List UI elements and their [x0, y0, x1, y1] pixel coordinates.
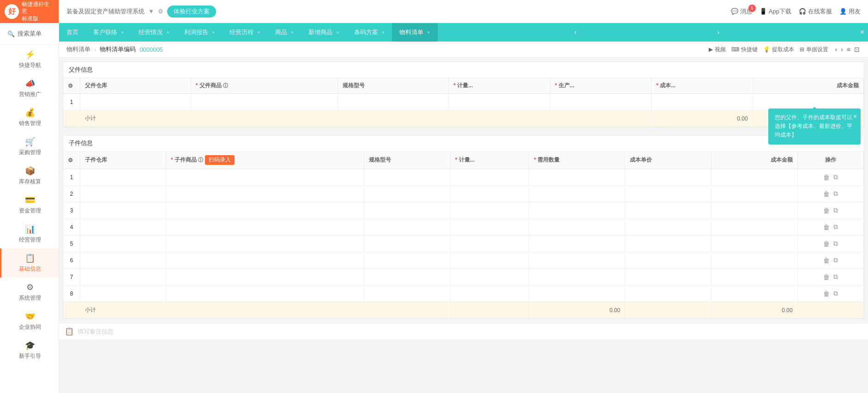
child-cell-spec-4[interactable]: [364, 236, 451, 252]
child-cell-spec-7[interactable]: [364, 285, 451, 302]
parent-cell-produce[interactable]: [550, 94, 651, 110]
sidebar-item-cooperation[interactable]: 🤝 企业协同: [0, 307, 59, 336]
child-cell-unit-cost-6[interactable]: [625, 269, 711, 285]
settings-icon[interactable]: ⚙: [158, 8, 163, 15]
sidebar-item-operations[interactable]: 📊 经营管理: [0, 219, 59, 248]
parent-col-settings[interactable]: ⚙: [63, 78, 80, 94]
tab-home[interactable]: 首页: [59, 23, 86, 42]
child-cell-warehouse-6[interactable]: [80, 269, 166, 285]
child-cell-amount-6[interactable]: [711, 269, 798, 285]
child-cell-unit-cost-7[interactable]: [625, 285, 711, 302]
video-button[interactable]: ▶ 视频: [709, 46, 726, 54]
col-resize[interactable]: [623, 151, 625, 169]
message-button[interactable]: 💬 消息 6: [731, 7, 752, 16]
child-cell-warehouse-2[interactable]: [80, 202, 166, 219]
child-cell-amount-1[interactable]: [711, 186, 798, 202]
col-resize[interactable]: [362, 151, 364, 169]
child-cell-goods-3[interactable]: [166, 219, 364, 236]
child-cell-warehouse-5[interactable]: [80, 252, 166, 269]
child-cell-unit-5[interactable]: [450, 252, 529, 269]
tab-close-customers[interactable]: ×: [121, 30, 124, 35]
child-cell-unit-cost-5[interactable]: [625, 252, 711, 269]
child-cell-warehouse-0[interactable]: [80, 169, 166, 186]
child-cell-qty-1[interactable]: [529, 186, 625, 202]
child-cell-goods-5[interactable]: [166, 252, 364, 269]
tab-barcode[interactable]: 条码方案 ×: [347, 23, 392, 42]
child-cell-goods-6[interactable]: [166, 269, 364, 285]
sidebar-item-finance[interactable]: 💳 资金管理: [0, 190, 59, 219]
parent-cell-warehouse[interactable]: [80, 94, 191, 110]
col-resize[interactable]: [448, 151, 450, 169]
child-cell-amount-3[interactable]: [711, 219, 798, 236]
tab-close-goods[interactable]: ×: [291, 30, 294, 35]
app-download-button[interactable]: 📱 App下载: [760, 7, 791, 16]
child-cell-unit-2[interactable]: [450, 202, 529, 219]
parent-cell-goods[interactable]: [191, 94, 338, 110]
child-cell-spec-3[interactable]: [364, 219, 451, 236]
tab-close-add-goods[interactable]: ×: [336, 30, 339, 35]
tab-nav-next[interactable]: ›: [713, 28, 723, 36]
child-cell-goods-2[interactable]: [166, 202, 364, 219]
delete-icon-1[interactable]: 🗑: [823, 190, 830, 198]
child-cell-spec-2[interactable]: [364, 202, 451, 219]
sidebar-item-guide[interactable]: 🎓 新手引导: [0, 336, 59, 365]
delete-icon-4[interactable]: 🗑: [823, 240, 830, 248]
sidebar-item-system[interactable]: ⚙ 系统管理: [0, 278, 59, 307]
col-resize[interactable]: [709, 151, 711, 169]
cost-button[interactable]: 💡 提取成本: [763, 46, 794, 54]
tab-operations[interactable]: 经营情况 ×: [131, 23, 176, 42]
child-cell-warehouse-4[interactable]: [80, 236, 166, 252]
child-cell-warehouse-7[interactable]: [80, 285, 166, 302]
record-expand[interactable]: ⊡: [853, 46, 861, 53]
copy-icon-6[interactable]: ⧉: [833, 273, 838, 281]
child-cell-warehouse-3[interactable]: [80, 219, 166, 236]
child-cell-unit-4[interactable]: [450, 236, 529, 252]
sidebar-item-marketing[interactable]: 📣 营销推广: [0, 74, 59, 103]
doc-settings-button[interactable]: ⊞ 单据设置: [800, 46, 828, 54]
child-cell-spec-6[interactable]: [364, 269, 451, 285]
copy-icon-1[interactable]: ⧉: [833, 190, 838, 198]
delete-icon-3[interactable]: 🗑: [823, 224, 830, 231]
col-resize[interactable]: [446, 78, 448, 93]
record-prev[interactable]: ‹: [834, 46, 838, 53]
child-cell-amount-2[interactable]: [711, 202, 798, 219]
child-cell-unit-cost-0[interactable]: [625, 169, 711, 186]
tab-close-bom[interactable]: ×: [427, 30, 430, 35]
shortcut-button[interactable]: ⌨ 快捷键: [731, 46, 758, 54]
delete-icon-6[interactable]: 🗑: [823, 273, 830, 281]
child-cell-spec-0[interactable]: [364, 169, 451, 186]
sidebar-item-inventory[interactable]: 📦 库存核算: [0, 161, 59, 190]
child-cell-unit-cost-1[interactable]: [625, 186, 711, 202]
breadcrumb-parent[interactable]: 物料清单: [66, 45, 90, 54]
child-cell-amount-0[interactable]: [711, 169, 798, 186]
tab-goods[interactable]: 商品 ×: [268, 23, 301, 42]
child-cell-qty-6[interactable]: [529, 269, 625, 285]
child-cell-amount-7[interactable]: [711, 285, 798, 302]
child-cell-qty-3[interactable]: [529, 219, 625, 236]
tab-close-barcode[interactable]: ×: [382, 30, 385, 35]
copy-icon-4[interactable]: ⧉: [833, 240, 838, 248]
sidebar-item-quick-nav[interactable]: ⚡ 快捷导航: [0, 45, 59, 74]
sidebar-item-base-info[interactable]: 📋 基础信息: [0, 248, 59, 278]
sidebar-item-purchase[interactable]: 🛒 采购管理: [0, 132, 59, 161]
copy-icon-7[interactable]: ⧉: [833, 290, 838, 297]
copy-icon-3[interactable]: ⧉: [833, 223, 838, 231]
parent-cell-amount[interactable]: [753, 94, 863, 110]
sidebar-item-sales[interactable]: 💰 销售管理: [0, 103, 59, 132]
delete-icon-0[interactable]: 🗑: [823, 174, 830, 181]
tab-profit[interactable]: 利润报告 ×: [177, 23, 222, 42]
parent-cell-spec[interactable]: [338, 94, 448, 110]
copy-icon-0[interactable]: ⧉: [833, 173, 838, 181]
col-resize[interactable]: [649, 78, 651, 93]
tab-customers[interactable]: 客户联络 ×: [86, 23, 131, 42]
child-cell-unit-cost-3[interactable]: [625, 219, 711, 236]
scan-button[interactable]: 扫码录入: [205, 155, 235, 165]
tab-close-operations[interactable]: ×: [166, 30, 169, 35]
child-cell-qty-0[interactable]: [529, 169, 625, 186]
tab-close-all[interactable]: ×: [856, 28, 868, 36]
col-resize[interactable]: [336, 78, 338, 93]
copy-icon-2[interactable]: ⧉: [833, 206, 838, 214]
child-cell-unit-0[interactable]: [450, 169, 529, 186]
child-cell-qty-5[interactable]: [529, 252, 625, 269]
child-cell-spec-1[interactable]: [364, 186, 451, 202]
